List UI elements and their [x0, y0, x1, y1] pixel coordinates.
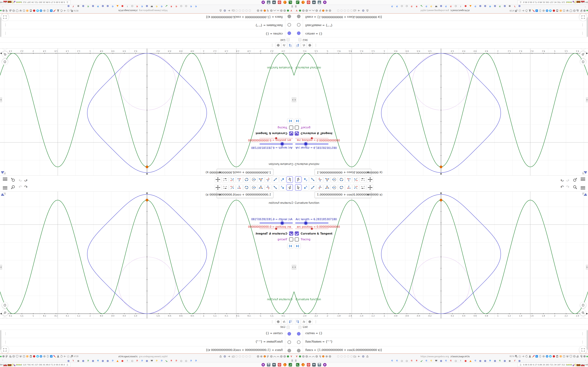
- extension-plus-icon[interactable]: [546, 355, 548, 359]
- taskbar-app-monitorapp[interactable]: [272, 0, 276, 4]
- nav-icon-globe[interactable]: [302, 355, 305, 359]
- algebra-scrollbar[interactable]: [0, 330, 1, 350]
- extension-dot-icon[interactable]: [33, 8, 36, 12]
- bookmark-favicon[interactable]: G: [112, 5, 114, 8]
- nav-icon-arc[interactable]: [277, 355, 279, 359]
- addressbar-folder-icon[interactable]: [354, 8, 356, 12]
- extension-pen-icon[interactable]: [53, 355, 56, 359]
- extension-arrowR-icon[interactable]: [63, 355, 66, 359]
- bookmark-favicon[interactable]: G: [136, 5, 138, 8]
- tool-angle[interactable]: α: [345, 184, 352, 191]
- row-menu-icon[interactable]: ⋮: [4, 32, 7, 35]
- fx-button[interactable]: fx: [301, 319, 307, 324]
- nav-icon-wrench[interactable]: [267, 355, 269, 359]
- left-panel-toggle[interactable]: [294, 97, 296, 102]
- tracing-checkbox[interactable]: [289, 237, 293, 242]
- visibility-toggle[interactable]: [287, 32, 291, 35]
- extension-plus-icon[interactable]: [546, 8, 548, 12]
- bookmark-favicon[interactable]: G: [396, 5, 398, 8]
- tool-circle-with-center[interactable]: [251, 184, 257, 191]
- addressbar-back-icon[interactable]: [358, 355, 360, 359]
- bookmark-favicon[interactable]: G: [112, 359, 114, 362]
- addressbar-back-icon[interactable]: [228, 8, 230, 12]
- bookmark-favicon[interactable]: G: [445, 359, 447, 362]
- bookmark-favicon[interactable]: G: [391, 359, 393, 362]
- nav-icon-dot[interactable]: [287, 355, 289, 359]
- graphics-view[interactable]: -2.4-2.2-2-1.8-1.6-1.4-1.2-1-0.8-0.6-0.4…: [0, 49, 294, 175]
- extension-pen-icon[interactable]: [53, 8, 56, 12]
- tool-perpendicular-line[interactable]: [265, 176, 271, 183]
- extension-downc-icon[interactable]: [549, 8, 552, 12]
- extension-trash-icon[interactable]: [29, 355, 32, 359]
- bookmark-favicon[interactable]: W: [151, 359, 153, 362]
- nav-icon-globe[interactable]: [329, 8, 331, 12]
- tree-view-button[interactable]: [295, 319, 301, 324]
- extension-refresh-icon[interactable]: [60, 355, 63, 359]
- nav-icon-wrench[interactable]: [319, 8, 321, 12]
- undo-button[interactable]: ↶: [560, 178, 564, 183]
- search-icon[interactable]: [573, 185, 577, 190]
- taskbar-app-fox[interactable]: [301, 363, 305, 367]
- arc-length-knob[interactable]: [281, 222, 284, 225]
- algebra-row[interactable]: funcNames = {" "}⋮: [0, 338, 294, 346]
- tool-move[interactable]: [295, 184, 302, 191]
- extension-globe2-icon[interactable]: [559, 8, 562, 12]
- url-domain[interactable]: https://www.geogebra.org: [421, 9, 449, 12]
- nav-icon-arc[interactable]: [309, 8, 311, 12]
- visibility-toggle[interactable]: [287, 15, 291, 18]
- stylebar-more-icon[interactable]: ⋮: [271, 43, 274, 47]
- zoom-in-button[interactable]: [580, 310, 586, 316]
- graphics-stylebar-toggle[interactable]: [1, 170, 6, 175]
- addressbar-folder-icon[interactable]: [232, 8, 234, 12]
- tool-move-graphics-view[interactable]: [367, 184, 373, 191]
- bookmark-favicon[interactable]: G: [425, 5, 428, 8]
- extension-sq-icon[interactable]: [23, 355, 25, 359]
- url-path[interactable]: /classic/aagcxh3s: [118, 355, 138, 358]
- collapse-caret-icon[interactable]: ⌃: [585, 5, 586, 8]
- url-domain[interactable]: https://www.geogebra.org: [139, 9, 167, 12]
- graphics-view[interactable]: -2.4-2.2-2-1.8-1.6-1.4-1.2-1-0.8-0.6-0.4…: [294, 192, 588, 318]
- graphics-stylebar-toggle[interactable]: [582, 170, 587, 175]
- play-pause-button[interactable]: [287, 243, 293, 249]
- curvature-function-dropdown[interactable]: 1.000000000000 + cos(4.000000000000 x): [315, 169, 371, 175]
- tool-perpendicular-line[interactable]: [317, 176, 323, 183]
- fx-button[interactable]: fx: [301, 43, 307, 48]
- tool-circle-with-center[interactable]: [331, 176, 337, 183]
- bookmark-favicon[interactable]: G: [474, 359, 476, 362]
- extension-globe2-icon[interactable]: [26, 8, 29, 12]
- extension-download-icon[interactable]: [57, 355, 60, 359]
- arc-position-knob[interactable]: [275, 137, 277, 139]
- extension-sq-icon[interactable]: [563, 355, 565, 359]
- bookmark-favicon[interactable]: G: [430, 359, 432, 362]
- nav-icon-arc[interactable]: [273, 8, 276, 12]
- algebra-scrollbar[interactable]: [587, 17, 588, 37]
- stylebar-more-icon[interactable]: ⋮: [314, 43, 317, 47]
- tool-polygon[interactable]: [258, 176, 264, 183]
- tool-move-graphics-view[interactable]: [367, 176, 373, 183]
- extension-star-icon[interactable]: [518, 355, 521, 359]
- play-pause-button[interactable]: [295, 243, 301, 249]
- nav-icon-gear[interactable]: [260, 355, 263, 359]
- tool-conic-through-points[interactable]: [338, 176, 345, 183]
- taskbar-app-floppy[interactable]: 64: [318, 363, 321, 367]
- tool-conic-through-points[interactable]: [243, 176, 250, 183]
- bookmark-favicon[interactable]: G: [156, 359, 158, 362]
- nav-icon-globe[interactable]: [315, 355, 318, 359]
- fullscreen-button[interactable]: [1, 346, 9, 354]
- extension-U-icon[interactable]: U: [19, 9, 22, 12]
- taskbar-app-fox[interactable]: [283, 363, 287, 367]
- algebra-row[interactable]: funcNames = {" "}⋮: [294, 338, 588, 346]
- extension-translate-icon[interactable]: A: [70, 8, 73, 12]
- home-button[interactable]: [580, 59, 586, 65]
- bookmark-favicon[interactable]: G: [141, 5, 143, 8]
- extension-globe-icon[interactable]: [573, 355, 576, 359]
- left-panel-toggle[interactable]: [292, 97, 294, 102]
- extension-gear-icon[interactable]: [2, 355, 5, 359]
- home-button[interactable]: [580, 302, 586, 308]
- tool-move[interactable]: [286, 176, 293, 183]
- url-path[interactable]: /classic/aagcxh3s: [450, 9, 470, 12]
- taskbar-app-floppy[interactable]: 64: [267, 363, 270, 367]
- visibility-toggle[interactable]: [287, 341, 291, 344]
- graphics-stylebar-toggle[interactable]: [582, 192, 587, 197]
- extension-shield-icon[interactable]: [570, 8, 572, 12]
